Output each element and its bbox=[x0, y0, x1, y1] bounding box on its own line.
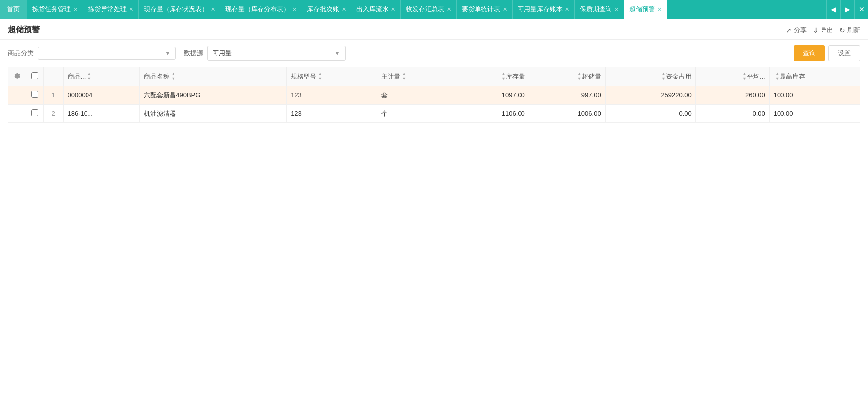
nav-tab-tab8[interactable]: 要货单统计表✕ bbox=[457, 0, 513, 19]
row-spec: 123 bbox=[287, 104, 377, 122]
tab-close-icon[interactable]: ✕ bbox=[292, 6, 297, 13]
select-all-checkbox[interactable] bbox=[31, 72, 38, 79]
export-button[interactable]: ⇓ 导出 bbox=[813, 26, 833, 35]
th-avg-label: 平均... bbox=[747, 72, 765, 81]
nav-tab-tab4[interactable]: 现存量（库存分布表）✕ bbox=[220, 0, 302, 19]
tab-label: 现存量（库存状况表） bbox=[144, 5, 208, 14]
table-row: 1 0000004 六配套新昌490BPG 123 套 1097.00 997.… bbox=[8, 86, 860, 104]
page-content: 超储预警 ➚ 分享 ⇓ 导出 ↻ 刷新 商品分类 ▼ 数据源 bbox=[0, 19, 868, 395]
th-spec-sort-icon: ▲▼ bbox=[318, 72, 322, 81]
tab-close-icon[interactable]: ✕ bbox=[391, 6, 395, 13]
nav-home[interactable]: 首页 bbox=[0, 0, 27, 19]
tab-close-icon[interactable]: ✕ bbox=[342, 6, 346, 13]
category-filter-label: 商品分类 bbox=[8, 49, 34, 58]
tab-close-icon[interactable]: ✕ bbox=[73, 6, 78, 13]
tab-label: 要货单统计表 bbox=[462, 5, 500, 14]
row-gear-cell bbox=[8, 104, 26, 122]
th-unit-sort-icon: ▲▼ bbox=[402, 72, 406, 81]
th-max[interactable]: ▲▼ 最高库存 bbox=[769, 67, 860, 86]
row-checkbox[interactable] bbox=[31, 91, 38, 98]
row-max: 100.00 bbox=[769, 104, 860, 122]
row-checkbox-cell bbox=[26, 104, 43, 122]
tab-close-icon[interactable]: ✕ bbox=[657, 6, 662, 13]
row-checkbox[interactable] bbox=[31, 109, 38, 116]
datasource-filter-group: 数据源 可用量 ▼ bbox=[184, 46, 346, 61]
th-unit[interactable]: 主计量 ▲▼ bbox=[377, 67, 453, 86]
nav-tab-tab10[interactable]: 保质期查询✕ bbox=[575, 0, 624, 19]
row-unit: 个 bbox=[377, 104, 453, 122]
nav-tab-tab9[interactable]: 可用量库存账本✕ bbox=[513, 0, 575, 19]
datasource-select[interactable]: 可用量 ▼ bbox=[207, 46, 346, 61]
row-stock: 1106.00 bbox=[453, 104, 529, 122]
row-checkbox-cell bbox=[26, 86, 43, 104]
th-over-label: 超储量 bbox=[582, 72, 601, 81]
row-number: 1 bbox=[43, 86, 63, 104]
tab-label: 收发存汇总表 bbox=[406, 5, 444, 14]
th-unit-label: 主计量 bbox=[381, 72, 400, 81]
th-over[interactable]: ▲▼ 超储量 bbox=[529, 67, 605, 86]
tab-close-icon[interactable]: ✕ bbox=[129, 6, 133, 13]
export-label: 导出 bbox=[821, 26, 833, 35]
th-checkbox bbox=[26, 67, 43, 86]
nav-tab-tab11[interactable]: 超储预警✕ bbox=[624, 0, 667, 19]
th-capital[interactable]: ▲▼ 资金占用 bbox=[605, 67, 695, 86]
nav-prev-btn[interactable]: ◀ bbox=[826, 0, 840, 19]
nav-tab-tab1[interactable]: 拣货任务管理✕ bbox=[27, 0, 83, 19]
row-capital: 259220.00 bbox=[605, 86, 695, 104]
nav-tabs: 拣货任务管理✕拣货异常处理✕现存量（库存状况表）✕现存量（库存分布表）✕库存批次… bbox=[27, 0, 667, 19]
th-avg-sort-icon: ▲▼ bbox=[742, 72, 747, 81]
tab-close-icon[interactable]: ✕ bbox=[447, 6, 451, 13]
nav-tab-tab6[interactable]: 出入库流水✕ bbox=[351, 0, 401, 19]
nav-close-all-btn[interactable]: ✕ bbox=[854, 0, 868, 19]
th-over-sort-icon: ▲▼ bbox=[577, 72, 582, 81]
row-max: 100.00 bbox=[769, 86, 860, 104]
query-button[interactable]: 查询 bbox=[794, 45, 825, 61]
th-stock-label: 库存量 bbox=[506, 72, 525, 81]
th-stock-sort-icon: ▲▼ bbox=[501, 72, 506, 81]
th-code[interactable]: 商品... ▲▼ bbox=[63, 67, 140, 86]
th-name[interactable]: 商品名称 ▲▼ bbox=[140, 67, 287, 86]
category-select-arrow-icon: ▼ bbox=[165, 50, 171, 57]
row-name: 机油滤清器 bbox=[140, 104, 287, 122]
header-row: 商品... ▲▼ 商品名称 ▲▼ 规格型号 ▲▼ bbox=[8, 67, 860, 86]
datasource-select-value: 可用量 bbox=[213, 49, 330, 58]
datasource-select-arrow-icon: ▼ bbox=[334, 50, 340, 57]
settings-button[interactable]: 设置 bbox=[828, 45, 860, 61]
nav-tab-tab5[interactable]: 库存批次账✕ bbox=[302, 0, 351, 19]
row-over: 997.00 bbox=[529, 86, 605, 104]
row-unit: 套 bbox=[377, 86, 453, 104]
refresh-button[interactable]: ↻ 刷新 bbox=[839, 26, 860, 35]
top-nav: 首页 拣货任务管理✕拣货异常处理✕现存量（库存状况表）✕现存量（库存分布表）✕库… bbox=[0, 0, 868, 19]
tab-close-icon[interactable]: ✕ bbox=[211, 6, 215, 13]
th-name-label: 商品名称 bbox=[144, 72, 170, 81]
row-number: 2 bbox=[43, 104, 63, 122]
row-code: 186-10... bbox=[63, 104, 140, 122]
refresh-label: 刷新 bbox=[847, 26, 860, 35]
gear-icon[interactable] bbox=[13, 72, 21, 79]
th-max-sort-icon: ▲▼ bbox=[775, 72, 780, 81]
share-icon: ➚ bbox=[786, 26, 792, 34]
page-actions: ➚ 分享 ⇓ 导出 ↻ 刷新 bbox=[786, 26, 860, 35]
th-gear bbox=[8, 67, 26, 86]
nav-tab-tab7[interactable]: 收发存汇总表✕ bbox=[401, 0, 457, 19]
nav-tab-tab3[interactable]: 现存量（库存状况表）✕ bbox=[139, 0, 220, 19]
row-avg: 260.00 bbox=[695, 86, 769, 104]
share-label: 分享 bbox=[794, 26, 807, 35]
tab-close-icon[interactable]: ✕ bbox=[565, 6, 569, 13]
category-select[interactable]: ▼ bbox=[38, 47, 176, 60]
share-button[interactable]: ➚ 分享 bbox=[786, 26, 807, 35]
th-spec[interactable]: 规格型号 ▲▼ bbox=[287, 67, 377, 86]
filter-buttons: 查询 设置 bbox=[794, 45, 860, 61]
th-stock[interactable]: ▲▼ 库存量 bbox=[453, 67, 529, 86]
tab-close-icon[interactable]: ✕ bbox=[503, 6, 507, 13]
row-gear-cell bbox=[8, 86, 26, 104]
th-capital-label: 资金占用 bbox=[666, 72, 692, 81]
th-avg[interactable]: ▲▼ 平均... bbox=[695, 67, 769, 86]
nav-tab-tab2[interactable]: 拣货异常处理✕ bbox=[83, 0, 139, 19]
row-spec: 123 bbox=[287, 86, 377, 104]
table-body: 1 0000004 六配套新昌490BPG 123 套 1097.00 997.… bbox=[8, 86, 860, 122]
nav-next-btn[interactable]: ▶ bbox=[840, 0, 854, 19]
table-container: 商品... ▲▼ 商品名称 ▲▼ 规格型号 ▲▼ bbox=[0, 67, 868, 123]
tab-close-icon[interactable]: ✕ bbox=[614, 6, 619, 13]
category-filter-group: 商品分类 ▼ bbox=[8, 47, 176, 60]
